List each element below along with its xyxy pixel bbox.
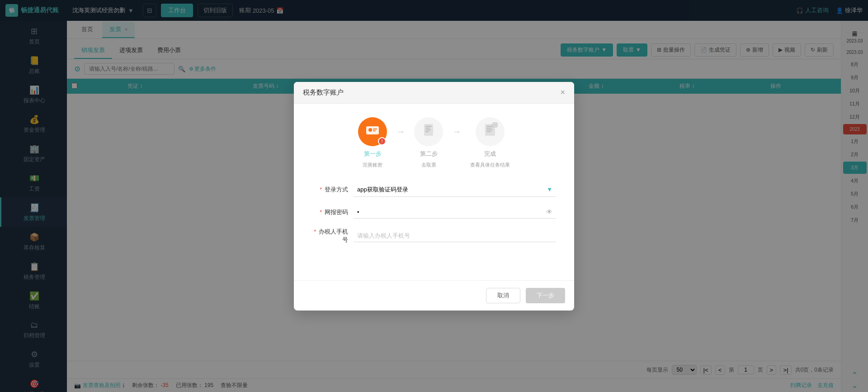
step-3-desc: 查看具体任务结果 [470,162,510,168]
taxpayer-phone-row: * 办税人手机号 [312,228,556,244]
step-1-icon-wrap: ! [358,117,387,146]
modal-title: 税务数字账户 [303,88,344,97]
login-method-value: app获取验证码登录 [357,186,408,194]
step-3-label: 完成 [484,150,496,158]
svg-rect-6 [425,128,430,129]
svg-rect-5 [425,126,432,127]
step-2-label: 第二步 [420,150,438,158]
modal-footer: 取消 下一步 [294,280,574,311]
svg-rect-13 [486,131,491,132]
svg-rect-12 [486,129,493,130]
step-arrow-1: → [396,126,405,137]
modal-header: 税务数字账户 × [294,82,574,104]
login-method-label: * 登录方式 [312,186,348,194]
step-arrow-2: → [452,126,461,137]
step-1: ! 第一步 完善账密 [358,117,387,168]
taxpayer-phone-input[interactable] [354,229,556,242]
tax-account-modal: 税务数字账户 × [294,82,574,311]
svg-rect-7 [425,129,431,130]
network-pwd-row: * 网报密码 👁 [312,206,556,219]
step-3-icon [482,122,498,141]
step-1-badge: ! [378,137,386,145]
step-2-icon-wrap [414,117,443,146]
network-pwd-input[interactable] [354,206,542,218]
svg-rect-11 [486,128,492,129]
svg-rect-0 [366,126,379,134]
modal-close-btn[interactable]: × [560,88,565,96]
cancel-button[interactable]: 取消 [486,288,520,303]
step-1-label: 第一步 [364,150,382,158]
svg-rect-8 [425,131,429,132]
step-2: 第二步 去取票 [414,117,443,168]
step-1-desc: 完善账密 [363,162,382,168]
step-2-icon [420,122,437,141]
step-3-icon-wrap [476,117,505,146]
taxpayer-phone-label: * 办税人手机号 [312,228,348,244]
modal-body: ! 第一步 完善账密 → [294,104,574,280]
step-2-desc: 去取票 [421,162,436,168]
steps-row: ! 第一步 完善账密 → [312,117,556,168]
step-3: 完成 查看具体任务结果 [470,117,510,168]
svg-point-1 [368,128,372,132]
svg-rect-3 [373,130,376,131]
login-method-dropdown-icon: ▼ [547,186,552,193]
login-method-select[interactable]: app获取验证码登录 ▼ [354,183,556,197]
modal-spacer [312,253,556,271]
network-pwd-label: * 网报密码 [312,208,348,216]
svg-rect-2 [373,129,377,129]
login-method-row: * 登录方式 app获取验证码登录 ▼ [312,183,556,197]
next-button[interactable]: 下一步 [526,288,565,303]
show-password-icon[interactable]: 👁 [542,208,556,215]
modal-overlay: 税务数字账户 × [0,0,868,392]
